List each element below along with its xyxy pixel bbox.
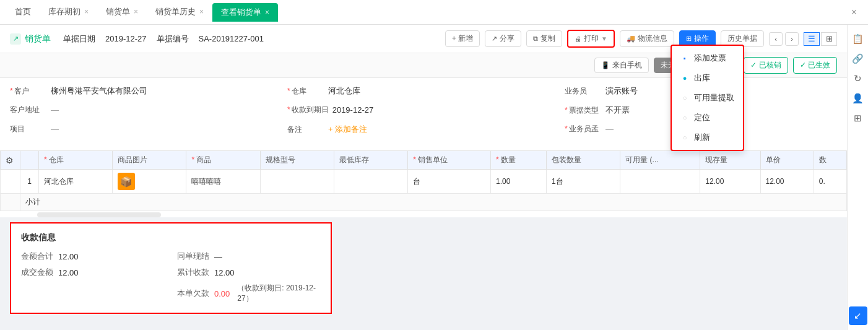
address-value: — (51, 105, 59, 115)
payment-cumulative: 累计收款 12.00 (177, 267, 321, 278)
td-subtotal-label: 小计 (20, 194, 847, 211)
owed-suffix: （收款到期日: 2019-12-27） (237, 283, 321, 304)
payment-date-field: 收款到期日 2019-12-27 (287, 105, 560, 115)
th-stock: 现存量 (700, 151, 760, 170)
table-row: 1 河北仓库 📦 嘻嘻嘻嘻 台 1.00 1台 12.00 12.00 0. (1, 170, 847, 194)
transaction-value: 12.00 (58, 268, 79, 277)
payment-title: 收款信息 (21, 232, 321, 243)
share-button[interactable]: ↗ 分享 (485, 30, 521, 47)
th-num (20, 151, 39, 170)
close-all-tabs[interactable]: × (846, 7, 862, 18)
td-warehouse: 河北仓库 (39, 170, 113, 194)
tab-inventory[interactable]: 库存期初 × (40, 0, 97, 25)
from-mobile-button[interactable]: 📱 来自手机 (594, 58, 649, 73)
owed-label: 本单欠款 (177, 288, 209, 299)
date-value: 2019-12-27 (105, 34, 147, 43)
th-more: 数 (814, 151, 846, 170)
payment-date-value: 2019-12-27 (332, 105, 374, 115)
td-product: 嘻嘻嘻嘻 (186, 170, 260, 194)
th-spec: 规格型号 (260, 151, 334, 170)
address-field: 客户地址 — (10, 105, 282, 115)
dropdown-locate[interactable]: ○ 定位 (672, 108, 743, 128)
close-sales-history-tab[interactable]: × (199, 7, 204, 16)
cumulative-value: 12.00 (214, 268, 235, 277)
document-meta: 单据日期 2019-12-27 单据编号 SA-20191227-001 (63, 33, 264, 45)
warehouse-label: 仓库 (287, 86, 324, 97)
th-sales-unit: * 销售单位 (408, 151, 491, 170)
table-header-row: ⚙ * 仓库 商品图片 * 商品 规格型号 最低库存 * 销售单位 * 数量 包… (1, 151, 847, 170)
close-view-sales-tab[interactable]: × (265, 8, 269, 17)
sales-table: ⚙ * 仓库 商品图片 * 商品 规格型号 最低库存 * 销售单位 * 数量 包… (0, 150, 847, 211)
transaction-label: 成交金额 (21, 267, 53, 278)
tab-sales-history[interactable]: 销货单历史 × (147, 0, 212, 25)
grid-view-button[interactable]: ⊞ (821, 32, 837, 46)
td-sales-unit: 台 (408, 170, 491, 194)
sidebar-icon-5[interactable]: ⊞ (849, 109, 867, 128)
td-available (620, 170, 700, 194)
number-label: 单据编号 (157, 33, 189, 45)
address-label: 客户地址 (10, 105, 47, 115)
staff2-value: — (605, 124, 614, 134)
warehouse-value: 河北仓库 (328, 85, 360, 97)
add-note-button[interactable]: + 添加备注 (328, 124, 367, 136)
sidebar-icon-3[interactable]: ↻ (849, 69, 867, 88)
print-button[interactable]: 🖨 打印 ▼ (567, 30, 615, 48)
dropdown-outbound[interactable]: ● 出库 (672, 68, 743, 88)
close-inventory-tab[interactable]: × (84, 7, 89, 16)
dropdown-add-invoice[interactable]: ▪ 添加发票 (672, 48, 743, 68)
th-min-stock: 最低库存 (334, 151, 407, 170)
warehouse-field: 仓库 河北仓库 (287, 85, 560, 97)
sidebar-icon-2[interactable]: 🔗 (849, 50, 867, 68)
effect-status-button[interactable]: ✓ 已生效 (793, 57, 837, 74)
next-button[interactable]: › (785, 32, 799, 46)
logistics-button[interactable]: 🚚 物流信息 (620, 30, 674, 47)
header-actions: + 新增 ↗ 分享 ⧉ 复制 🖨 打印 ▼ 🚚 物流信息 ⊞ 操作 (445, 30, 837, 48)
project-value: — (51, 124, 59, 134)
note-label: 备注 (287, 124, 324, 135)
payment-owed: 本单欠款 0.00 （收款到期日: 2019-12-27） (177, 283, 321, 304)
nav-arrows: ‹ › (769, 32, 799, 46)
invoice-type-value: 不开票 (605, 105, 630, 116)
th-warehouse: * 仓库 (39, 151, 113, 170)
sidebar-icon-4[interactable]: 👤 (849, 89, 867, 108)
th-available: 可用量 (... (620, 151, 700, 170)
outbound-icon: ● (680, 74, 689, 82)
tab-view-sales[interactable]: 查看销货单 × (212, 3, 278, 22)
prev-button[interactable]: ‹ (769, 32, 783, 46)
td-unit-price: 12.00 (760, 170, 814, 194)
payment-section: 收款信息 金额合计 12.00 同单现结 — 成交金额 12.00 累计收款 1… (10, 222, 332, 314)
close-sales-tab[interactable]: × (134, 7, 138, 16)
tab-sales[interactable]: 销货单 × (97, 0, 147, 25)
sidebar-icon-1[interactable]: 📋 (849, 30, 867, 48)
th-product: * 商品 (186, 151, 260, 170)
td-settings (1, 170, 20, 194)
tab-home[interactable]: 首页 (6, 0, 40, 25)
dropdown-refresh[interactable]: ○ 刷新 (672, 128, 743, 147)
sales-order-icon: ↗ (10, 33, 21, 45)
payment-transaction: 成交金额 12.00 (21, 267, 165, 278)
document-title: ↗ 销货单 (10, 33, 51, 45)
operations-dropdown: ▪ 添加发票 ● 出库 ○ 可用量提取 ○ 定位 ○ 刷新 (671, 45, 744, 151)
dropdown-available-qty[interactable]: ○ 可用量提取 (672, 88, 743, 108)
same-order-label: 同单现结 (177, 251, 209, 262)
sidebar-icon-expand[interactable]: ↙ (849, 306, 867, 325)
copy-button[interactable]: ⧉ 复制 (526, 30, 562, 47)
payment-grid: 金额合计 12.00 同单现结 — 成交金额 12.00 累计收款 12.00 … (21, 251, 321, 304)
td-stock: 12.00 (700, 170, 760, 194)
locate-icon: ○ (680, 113, 689, 122)
available-qty-icon: ○ (680, 93, 689, 102)
total-value: 12.00 (58, 252, 79, 261)
td-num: 1 (20, 170, 39, 194)
th-quantity: * 数量 (491, 151, 547, 170)
table-settings-icon[interactable]: ⚙ (6, 155, 14, 165)
list-view-button[interactable]: ☰ (804, 32, 820, 46)
refresh-icon: ○ (680, 133, 689, 142)
customer-field: 客户 柳州粤港平安气体有限公司 (10, 85, 282, 97)
number-value: SA-20191227-001 (199, 34, 264, 43)
td-more: 0. (814, 170, 846, 194)
customer-value: 柳州粤港平安气体有限公司 (51, 85, 147, 97)
td-pack-qty: 1台 (547, 170, 620, 194)
new-button[interactable]: + 新增 (445, 30, 480, 47)
cancel-status-button[interactable]: ✓ 已核销 (744, 57, 788, 74)
th-pack-qty: 包装数量 (547, 151, 620, 170)
